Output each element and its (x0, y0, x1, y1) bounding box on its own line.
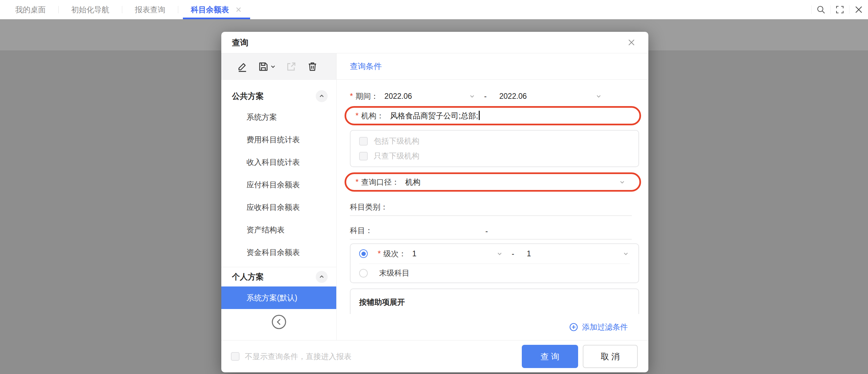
cancel-button[interactable]: 取 消 (583, 345, 638, 368)
tab-label: 报表查询 (135, 5, 165, 15)
dialog-body: 公共方案 系统方案 费用科目统计表 收入科目统计表 应付科目余额表 应收科目余额… (221, 53, 648, 340)
include-sub-org-option: 包括下级机构 (359, 136, 630, 146)
range-dash: - (485, 227, 488, 236)
collapse-group-button[interactable] (316, 90, 328, 102)
scheme-item[interactable]: 资产结构表 (221, 219, 336, 241)
chevron-down-icon (595, 92, 602, 100)
required-star: * (355, 177, 359, 187)
tab-close-icon[interactable] (235, 6, 242, 13)
chevron-down-icon (496, 250, 503, 258)
aux-expand-title: 按辅助项展开 (359, 297, 630, 307)
collapse-group-button[interactable] (316, 271, 328, 283)
fullscreen-button[interactable] (831, 0, 849, 19)
delete-scheme-button[interactable] (307, 61, 318, 72)
chevron-down-icon (622, 250, 630, 258)
dialog-close-button[interactable] (627, 38, 636, 47)
subject-category-label: 科目类别： (350, 202, 388, 212)
scheme-item[interactable]: 应付科目余额表 (221, 173, 336, 196)
save-scheme-button[interactable] (258, 61, 276, 72)
chevron-up-icon (319, 93, 325, 99)
add-filter-link[interactable]: 添加过滤条件 (569, 322, 628, 332)
tab-account-balance-table[interactable]: 科目余额表 (178, 0, 255, 19)
chevron-down-icon (270, 64, 276, 69)
org-label: 机构： (361, 111, 384, 121)
personal-schemes-header[interactable]: 个人方案 (221, 267, 336, 286)
range-dash: - (512, 249, 514, 258)
query-scope-select[interactable]: 机构 (405, 177, 421, 187)
search-button[interactable] (812, 0, 830, 19)
required-star: * (350, 91, 353, 101)
scheme-item[interactable]: 系统方案 (221, 106, 336, 128)
close-icon (854, 5, 863, 14)
group-label: 个人方案 (232, 271, 264, 282)
section-title: 查询条件 (337, 53, 648, 80)
chevron-left-circle-icon (271, 314, 286, 329)
scheme-item[interactable]: 应收科目余额表 (221, 196, 336, 219)
org-row-highlight: * 机构： 风格食品商贸子公司;总部; (345, 106, 641, 125)
leaf-subject-radio[interactable] (359, 269, 368, 278)
search-icon (816, 5, 826, 15)
only-sub-org-option: 只查下级机构 (359, 151, 630, 161)
level-label: 级次： (383, 249, 406, 259)
period-to-select[interactable]: 2022.06 (493, 92, 602, 101)
public-schemes-header[interactable]: 公共方案 (221, 87, 336, 106)
dialog-header: 查询 (221, 32, 648, 53)
range-dash: - (484, 92, 487, 101)
query-scope-row-highlight: * 查询口径： 机构 (345, 172, 641, 192)
subject-category-row[interactable]: 科目类别： (350, 194, 632, 216)
query-dialog: 查询 (221, 32, 648, 372)
subject-label: 科目： (350, 226, 373, 236)
plus-circle-icon (569, 323, 578, 332)
fullscreen-icon (835, 5, 844, 14)
tab-my-desktop[interactable]: 我的桌面 (3, 0, 58, 19)
scheme-item[interactable]: 资金科目余额表 (221, 241, 336, 264)
level-from-select[interactable]: 1 (406, 249, 503, 258)
tab-list: 我的桌面 初始化导航 报表查询 科目余额表 (0, 0, 255, 19)
query-scope-label: 查询口径： (361, 177, 399, 187)
subject-row[interactable]: 科目： - (350, 218, 632, 239)
level-radio-selected[interactable] (359, 249, 368, 258)
scheme-item-selected[interactable]: 系统方案(默认) (221, 286, 336, 309)
window-controls (811, 0, 868, 19)
export-icon (286, 61, 297, 72)
chevron-down-icon (618, 178, 626, 186)
tab-label: 我的桌面 (15, 5, 46, 15)
save-icon (258, 61, 269, 72)
collapse-sidebar-row (221, 309, 336, 335)
scheme-item[interactable]: 费用科目统计表 (221, 128, 336, 151)
tab-init-navigation[interactable]: 初始化导航 (59, 0, 122, 19)
add-filter-row: 添加过滤条件 (337, 314, 648, 340)
level-option-row: * 级次： 1 - 1 (359, 244, 630, 264)
close-window-button[interactable] (849, 0, 868, 19)
dialog-footer: 不显示查询条件，直接进入报表 查 询 取 消 (221, 340, 648, 372)
level-to-select[interactable]: 1 (521, 249, 630, 258)
collapse-sidebar-button[interactable] (271, 314, 286, 329)
leaf-subject-option-row: 末级科目 (359, 264, 630, 283)
scheme-sidebar: 公共方案 系统方案 费用科目统计表 收入科目统计表 应付科目余额表 应收科目余额… (221, 53, 337, 340)
checkbox-disabled (231, 352, 240, 361)
tab-report-query[interactable]: 报表查询 (122, 0, 178, 19)
trash-icon (307, 61, 318, 72)
query-scope-select-arrow[interactable] (618, 178, 626, 186)
org-input[interactable]: 风格食品商贸子公司;总部; (390, 111, 480, 121)
required-star: * (378, 249, 381, 258)
tab-label: 初始化导航 (71, 5, 109, 15)
leaf-subject-label: 末级科目 (379, 268, 409, 278)
aux-expand-box: 按辅助项展开 部门 (350, 288, 639, 314)
scheme-item[interactable]: 收入科目统计表 (221, 151, 336, 173)
scheme-toolbar (221, 53, 336, 80)
period-from-select[interactable]: 2022.06 (378, 92, 476, 101)
edit-scheme-button[interactable] (237, 61, 248, 72)
close-icon (627, 38, 636, 47)
tab-label: 科目余额表 (191, 5, 229, 15)
skip-conditions-label: 不显示查询条件，直接进入报表 (245, 351, 351, 362)
skip-conditions-option: 不显示查询条件，直接进入报表 (231, 351, 351, 362)
period-label: 期间： (355, 91, 378, 102)
export-scheme-button (286, 61, 297, 72)
query-button[interactable]: 查 询 (522, 345, 578, 368)
conditions-form: * 期间： 2022.06 - 2022.06 * 机构： (337, 80, 648, 314)
org-options-box: 包括下级机构 只查下级机构 (350, 130, 639, 167)
dialog-title: 查询 (232, 37, 248, 48)
period-row: * 期间： 2022.06 - 2022.06 (350, 87, 639, 106)
edit-icon (237, 61, 248, 72)
